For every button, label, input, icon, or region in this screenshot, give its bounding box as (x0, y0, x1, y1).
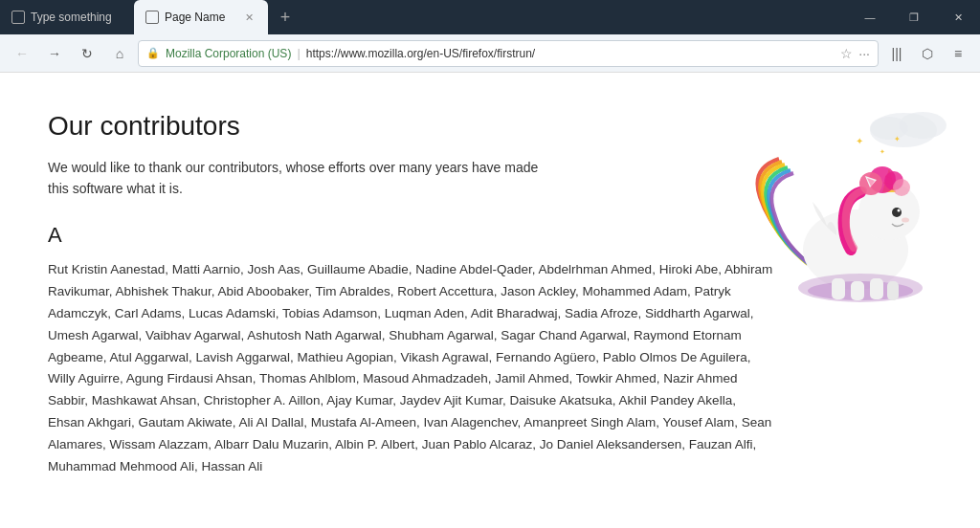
close-button[interactable]: ✕ (936, 0, 980, 34)
svg-text:✦: ✦ (856, 136, 863, 146)
menu-button[interactable]: ≡ (944, 39, 972, 68)
tab-1[interactable]: Type something (0, 0, 134, 34)
sync-button[interactable]: ⬡ (913, 39, 942, 68)
tab-2-label: Page Name (165, 11, 225, 24)
maximize-button[interactable]: ❐ (892, 0, 936, 34)
tab-2-close[interactable]: ✕ (241, 10, 256, 25)
lock-icon: 🔒 (146, 47, 160, 59)
svg-text:✦: ✦ (894, 135, 901, 143)
svg-rect-11 (870, 278, 883, 299)
tab-2[interactable]: Page Name ✕ (134, 0, 268, 34)
svg-point-21 (892, 208, 902, 217)
page-content: ✦ ✦ ✦ (0, 73, 980, 528)
reload-button[interactable]: ↻ (73, 39, 101, 68)
svg-point-20 (893, 179, 910, 196)
window-controls: — ❐ ✕ (848, 0, 980, 34)
toolbar: ← → ↻ ⌂ 🔒 Mozilla Corporation (US) | htt… (0, 34, 980, 73)
title-bar: Type something Page Name ✕ + — ❐ ✕ (0, 0, 980, 34)
toolbar-right: ||| ⬡ ≡ (882, 39, 972, 68)
new-tab-button[interactable]: + (268, 0, 302, 34)
secure-label: Mozilla Corporation (US) (166, 47, 291, 60)
back-button[interactable]: ← (8, 39, 36, 68)
tab-1-icon (11, 11, 25, 24)
svg-rect-10 (851, 281, 864, 300)
svg-point-22 (898, 209, 901, 212)
tab-1-label: Type something (31, 11, 112, 24)
address-bar[interactable]: 🔒 Mozilla Corporation (US) | https://www… (138, 40, 879, 67)
svg-point-23 (902, 218, 909, 223)
forward-button[interactable]: → (40, 39, 69, 68)
address-url: https://www.mozilla.org/en-US/firefox/fi… (306, 47, 535, 60)
library-button[interactable]: ||| (882, 39, 911, 68)
bookmark-star-icon[interactable]: ☆ (840, 46, 853, 61)
svg-text:✦: ✦ (880, 148, 885, 155)
minimize-button[interactable]: — (848, 0, 892, 34)
page-actions-icon[interactable]: ··· (858, 46, 870, 61)
home-button[interactable]: ⌂ (105, 39, 134, 68)
svg-rect-9 (832, 278, 845, 299)
tab-2-icon (145, 11, 159, 24)
address-separator: | (297, 46, 300, 60)
contributors-list: Rut Kristin Aanestad, Matti Aarnio, Josh… (48, 259, 775, 478)
svg-point-2 (870, 117, 908, 140)
unicorn-illustration: ✦ ✦ ✦ (741, 101, 951, 312)
page-description: We would like to thank our contributors,… (48, 157, 546, 200)
svg-rect-12 (887, 281, 899, 300)
